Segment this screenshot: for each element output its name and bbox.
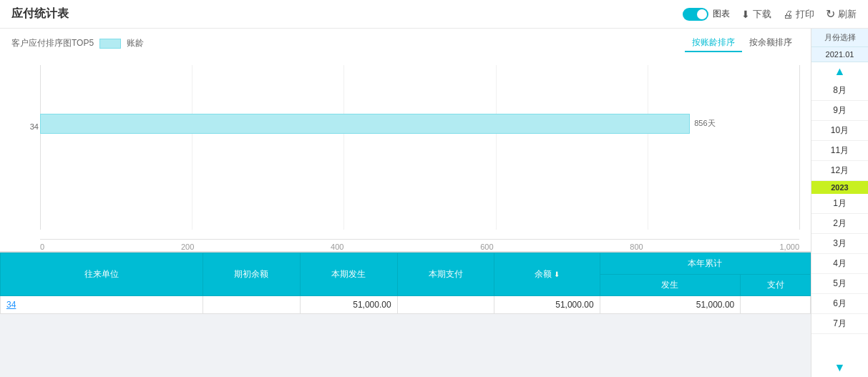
th-unit: 往来单位 [1, 253, 203, 296]
th-ytd-occur: 发生 [600, 275, 741, 296]
chart-toggle-wrap[interactable]: 图表 [683, 8, 730, 21]
legend-box-label: 账龄 [127, 37, 144, 49]
print-label: 打印 [796, 8, 814, 21]
sidebar-month-11[interactable]: 11月 [811, 141, 868, 161]
legend-box [99, 39, 121, 49]
bar-chart-container: 34 856天 0 200 [0, 58, 811, 251]
sidebar-date-input[interactable]: 2021.01 [811, 47, 868, 62]
sidebar-month-1[interactable]: 1月 [811, 194, 868, 214]
cell-unit[interactable]: 34 [1, 296, 203, 314]
grid-line-0 [40, 65, 41, 230]
sidebar-month-5[interactable]: 5月 [811, 274, 868, 294]
chart-section: 客户应付排序图TOP5 账龄 按账龄排序 按余额排序 34 [0, 29, 811, 251]
table-area: 往来单位 期初余额 本期发生 本期支付 余额 ⬇ 本年累计 发生 [0, 251, 811, 314]
grid-line-2 [343, 65, 344, 230]
refresh-button[interactable]: 刷新 [826, 7, 857, 21]
th-ytd: 本年累计 [600, 253, 810, 275]
sidebar-month-9[interactable]: 9月 [811, 101, 868, 121]
sidebar-up-nav[interactable]: ▲ [811, 62, 868, 81]
sidebar-header: 月份选择 [811, 29, 868, 47]
page-title: 应付统计表 [11, 6, 69, 21]
print-button[interactable]: 打印 [783, 8, 814, 21]
sidebar-months: 8月 9月 10月 11月 12月 2023 1月 2月 3月 4月 5月 6月… [811, 81, 868, 358]
cell-ytd-occur: 51,000.00 [600, 296, 741, 314]
header-actions: 图表 下载 打印 刷新 [683, 7, 857, 21]
download-icon [741, 9, 750, 20]
legend-text: 客户应付排序图TOP5 [11, 37, 94, 49]
chart-header: 客户应付排序图TOP5 账龄 按账龄排序 按余额排序 [0, 29, 811, 58]
x-label-0: 0 [40, 243, 44, 251]
x-label-2: 400 [331, 243, 343, 251]
cell-balance: 51,000.00 [494, 296, 600, 314]
cell-current-pay [397, 296, 494, 314]
download-button[interactable]: 下载 [741, 8, 771, 21]
year-marker: 2023 [811, 181, 868, 194]
th-current-occur: 本期发生 [300, 253, 397, 296]
sidebar-month-2[interactable]: 2月 [811, 214, 868, 234]
cell-current-occur: 51,000.00 [300, 296, 397, 314]
x-axis: 0 200 400 600 800 1,000 [40, 239, 799, 251]
download-label: 下载 [753, 8, 771, 21]
bar-chart: 34 856天 0 200 [11, 65, 799, 251]
sidebar-month-10[interactable]: 10月 [811, 121, 868, 141]
sidebar-month-7[interactable]: 7月 [811, 314, 868, 334]
x-label-3: 600 [480, 243, 493, 251]
grid-line-5 [799, 65, 800, 230]
sidebar-month-6[interactable]: 6月 [811, 294, 868, 314]
th-current-pay: 本期支付 [397, 253, 494, 296]
chart-toggle[interactable] [683, 8, 708, 21]
sidebar-month-3[interactable]: 3月 [811, 234, 868, 254]
page-header: 应付统计表 图表 下载 打印 刷新 [0, 0, 868, 29]
grid-line-4 [648, 65, 648, 230]
chart-toggle-label: 图表 [713, 8, 730, 20]
cell-opening [203, 296, 301, 314]
bar-y-label: 34 [11, 122, 39, 131]
grid-line-1 [192, 65, 192, 230]
table-row: 34 51,000.00 51,000.00 51,000.00 [1, 296, 811, 314]
data-table: 往来单位 期初余额 本期发生 本期支付 余额 ⬇ 本年累计 发生 [0, 253, 811, 314]
sidebar-month-12[interactable]: 12月 [811, 161, 868, 181]
th-ytd-pay: 支付 [741, 275, 811, 296]
sidebar-month-4[interactable]: 4月 [811, 254, 868, 274]
x-label-1: 200 [181, 243, 194, 251]
x-label-4: 800 [630, 243, 643, 251]
bar-fill [40, 114, 690, 134]
main-content: 客户应付排序图TOP5 账龄 按账龄排序 按余额排序 34 [0, 29, 868, 377]
th-opening: 期初余额 [203, 253, 301, 296]
refresh-label: 刷新 [838, 8, 857, 21]
sort-buttons: 按账龄排序 按余额排序 [685, 34, 799, 52]
refresh-icon [826, 7, 835, 21]
grid-line-3 [496, 65, 497, 230]
chart-area: 客户应付排序图TOP5 账龄 按账龄排序 按余额排序 34 [0, 29, 811, 377]
bar-days-label: 856天 [694, 118, 715, 129]
print-icon [783, 9, 793, 20]
th-balance: 余额 ⬇ [494, 253, 600, 296]
sidebar: 月份选择 2021.01 ▲ 8月 9月 10月 11月 12月 2023 1月… [811, 29, 868, 377]
sort-by-age-button[interactable]: 按账龄排序 [685, 34, 742, 52]
sidebar-down-nav[interactable]: ▼ [811, 358, 868, 377]
chart-legend: 客户应付排序图TOP5 账龄 [11, 37, 144, 49]
sidebar-month-8[interactable]: 8月 [811, 81, 868, 101]
x-label-5: 1,000 [779, 243, 799, 251]
sort-by-balance-button[interactable]: 按余额排序 [742, 34, 799, 52]
cell-ytd-pay [741, 296, 811, 314]
